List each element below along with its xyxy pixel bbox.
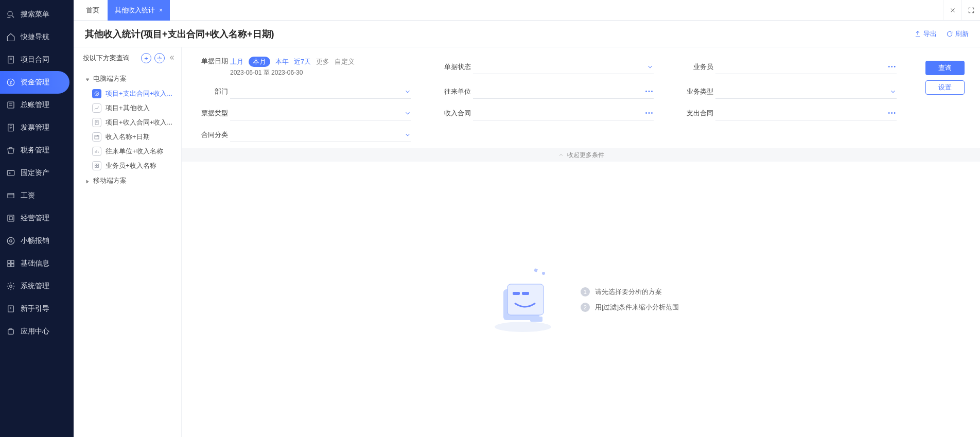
sidebar-item-tax[interactable]: 税务管理 [0, 139, 74, 162]
svg-point-8 [7, 237, 14, 244]
refresh-icon [946, 30, 953, 38]
sidebar-item-expense[interactable]: 小畅报销 [0, 230, 74, 252]
field-expense-contract: 支出合同 [682, 106, 897, 120]
sidebar-item-salary[interactable]: 工资 [0, 184, 74, 207]
svg-rect-21 [95, 164, 97, 166]
filter-form: 单据日期 上月 本月 本年 近7天 更多 自定义 2023-06-01 至 20… [182, 47, 980, 148]
svg-rect-23 [95, 166, 97, 168]
income-contract-picker[interactable] [473, 106, 654, 120]
sidebar-label: 工资 [21, 191, 35, 200]
contract-type-select[interactable] [230, 128, 411, 142]
field-dept: 部门 [197, 84, 411, 99]
invoice-icon [6, 123, 15, 132]
svg-point-16 [159, 58, 161, 59]
scheme-leaf-label: 项目+支出合同+收入... [106, 89, 172, 98]
export-label: 导出 [923, 29, 937, 39]
export-button[interactable]: 导出 [914, 29, 937, 39]
tab-label: 其他收入统计 [115, 6, 155, 15]
sidebar-label: 总账管理 [21, 100, 49, 110]
svg-rect-20 [95, 135, 99, 139]
date-preset-selected[interactable]: 本月 [249, 57, 270, 67]
page-header: 其他收入统计(项目+支出合同+收入名称+日期) 导出 刷新 [74, 21, 980, 47]
svg-rect-5 [7, 171, 14, 176]
search-icon [6, 10, 15, 19]
tab-other-income-stats[interactable]: 其他收入统计 × [108, 0, 170, 21]
scheme-leaf[interactable]: 业务员+收入名称 [74, 159, 181, 173]
collapse-panel-button[interactable] [168, 54, 175, 63]
scheme-leaf-label: 项目+收入合同+收入... [106, 118, 172, 127]
sidebar-item-ledger[interactable]: 总账管理 [0, 94, 74, 116]
date-preset-more[interactable]: 更多 [316, 57, 329, 66]
svg-point-0 [8, 11, 12, 16]
expense-icon [6, 236, 15, 246]
sidebar-item-manage[interactable]: 经营管理 [0, 207, 74, 230]
document-icon [6, 55, 15, 64]
sidebar-label: 小畅报销 [21, 236, 49, 246]
svg-rect-12 [11, 264, 14, 267]
target-icon [92, 89, 101, 98]
sidebar-item-apps[interactable]: 应用中心 [0, 320, 74, 343]
scheme-leaf[interactable]: 项目+收入合同+收入... [74, 115, 181, 130]
svg-rect-6 [8, 194, 14, 198]
query-button[interactable]: 查询 [925, 61, 965, 75]
ticket-type-select[interactable] [230, 106, 411, 120]
add-scheme-button[interactable]: + [141, 53, 151, 63]
field-biztype: 业务类型 [682, 84, 897, 99]
biztype-select[interactable] [715, 84, 897, 99]
svg-rect-32 [534, 268, 538, 272]
sidebar-item-base[interactable]: 基础信息 [0, 252, 74, 275]
sidebar-item-funds[interactable]: 资金管理 [0, 71, 69, 94]
scheme-group-desktop[interactable]: 电脑端方案 [74, 71, 181, 86]
date-range-text: 2023-06-01 至 2023-06-30 [230, 68, 411, 77]
close-all-button[interactable] [943, 0, 961, 20]
sidebar-item-asset[interactable]: 固定资产 [0, 162, 74, 184]
scheme-leaf-label: 项目+其他收入 [106, 103, 150, 113]
partner-picker[interactable] [473, 84, 654, 99]
fullscreen-button[interactable] [961, 0, 980, 20]
scheme-settings-button[interactable] [154, 53, 165, 63]
date-preset[interactable]: 近7天 [294, 57, 311, 66]
expense-contract-picker[interactable] [715, 106, 897, 120]
refresh-button[interactable]: 刷新 [946, 29, 969, 39]
svg-rect-22 [97, 164, 99, 166]
scheme-group-mobile[interactable]: 移动端方案 [74, 173, 181, 188]
sidebar-label: 经营管理 [21, 214, 49, 223]
date-preset[interactable]: 本年 [275, 57, 289, 66]
scheme-leaf[interactable]: 项目+支出合同+收入... [74, 86, 181, 101]
empty-illustration [483, 261, 560, 338]
sidebar-label: 资金管理 [21, 78, 49, 87]
tab-home[interactable]: 首页 [79, 0, 107, 21]
close-icon[interactable]: × [159, 7, 163, 13]
collapse-filters-button[interactable]: 收起更多条件 [182, 148, 980, 162]
svg-rect-28 [513, 292, 520, 295]
bars-icon [92, 147, 101, 156]
scheme-leaf[interactable]: 项目+其他收入 [74, 101, 181, 115]
scheme-leaf[interactable]: 往来单位+收入名称 [74, 144, 181, 159]
sidebar-item-contract[interactable]: 项目合同 [0, 48, 74, 71]
date-preset[interactable]: 上月 [230, 57, 243, 66]
date-preset-custom[interactable]: 自定义 [335, 57, 355, 66]
field-label: 合同分类 [197, 130, 228, 139]
scheme-leaf[interactable]: 收入名称+日期 [74, 130, 181, 144]
home-icon [6, 32, 15, 42]
svg-rect-3 [8, 102, 14, 108]
sidebar: 搜索菜单 快捷导航 项目合同 资金管理 总账管理 发票管理 税务管理 固定资产 [0, 0, 74, 437]
manage-icon [6, 214, 15, 223]
sidebar-item-invoice[interactable]: 发票管理 [0, 116, 74, 139]
sidebar-item-guide[interactable]: 新手引导 [0, 298, 74, 320]
field-partner: 往来单位 [440, 84, 654, 99]
sidebar-item-quicknav[interactable]: 快捷导航 [0, 26, 74, 48]
step-number: 1 [581, 287, 590, 296]
dept-select[interactable] [230, 84, 411, 99]
field-label: 收入合同 [440, 109, 471, 118]
settings-button[interactable]: 设置 [925, 80, 965, 95]
bill-status-select[interactable] [473, 60, 654, 74]
sidebar-item-system[interactable]: 系统管理 [0, 275, 74, 298]
sidebar-item-search[interactable]: 搜索菜单 [0, 3, 74, 26]
chevron-down-icon [404, 88, 411, 95]
salesman-picker[interactable] [715, 60, 897, 74]
apps-icon [6, 327, 15, 336]
svg-rect-9 [8, 260, 10, 263]
svg-point-31 [542, 272, 545, 275]
field-salesman: 业务员 [682, 60, 897, 74]
